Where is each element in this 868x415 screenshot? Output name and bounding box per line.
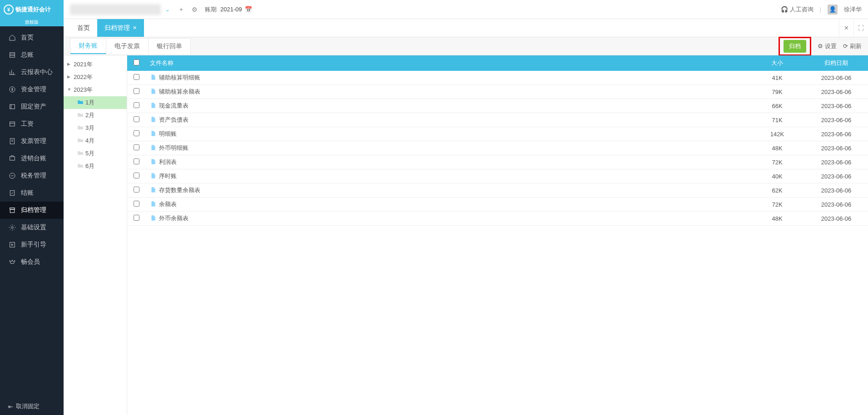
table-row[interactable]: 明细账142K2023-06-06 [127, 127, 868, 141]
nav-invoice[interactable]: 发票管理 [0, 133, 64, 150]
body-split: 2021年 2022年 2023年 1月 2月 3月 4月 5月 6月 [64, 55, 868, 415]
file-date: 2023-06-06 [804, 71, 868, 85]
close-icon[interactable]: ✕ [133, 25, 137, 31]
sub-tab-finance[interactable]: 财务账 [70, 39, 106, 54]
table-row[interactable]: 序时账40K2023-06-06 [127, 169, 868, 183]
topbar: ⌄ ＋ ⚙ 账期 2021-09 📅 🎧 人工咨询 | 👤 徐泽华 [64, 0, 868, 19]
file-icon [150, 215, 156, 221]
table-row[interactable]: 存货数量余额表62K2023-06-06 [127, 183, 868, 198]
ledger-icon [8, 51, 16, 59]
tree-month-3[interactable]: 3月 [64, 122, 127, 134]
file-icon [150, 102, 156, 109]
row-checkbox[interactable] [134, 88, 139, 94]
fullscreen-icon[interactable]: ⛶ [853, 19, 868, 37]
row-checkbox[interactable] [134, 215, 139, 221]
username[interactable]: 徐泽华 [844, 5, 862, 14]
row-checkbox[interactable] [134, 74, 139, 80]
file-table: 文件名称 大小 归档日期 辅助核算明细账41K2023-06-06辅助核算余额表… [127, 55, 868, 226]
table-row[interactable]: 现金流量表66K2023-06-06 [127, 99, 868, 113]
tree-month-6[interactable]: 6月 [64, 160, 127, 173]
calendar-icon[interactable]: 📅 [245, 6, 252, 13]
gear-icon [8, 223, 16, 232]
nav-reports[interactable]: 云报表中心 [0, 64, 64, 81]
nav-guide[interactable]: 新手引导 [0, 236, 64, 253]
table-row[interactable]: 外币余额表48K2023-06-06 [127, 212, 868, 226]
nav-closing[interactable]: 结账 [0, 184, 64, 202]
row-checkbox[interactable] [134, 130, 139, 136]
unpin-sidebar[interactable]: ⇤取消固定 [0, 398, 64, 415]
folder-icon [77, 138, 84, 143]
nav-member[interactable]: 畅会员 [0, 253, 64, 271]
invoice-icon [8, 137, 16, 145]
sub-tab-einvoice[interactable]: 电子发票 [106, 39, 149, 54]
select-all-checkbox[interactable] [134, 59, 139, 65]
tree-month-2[interactable]: 2月 [64, 109, 127, 122]
row-checkbox[interactable] [134, 144, 139, 150]
close-all-icon[interactable]: ✕ [839, 19, 853, 37]
file-icon [150, 74, 156, 80]
refresh-link[interactable]: ⟳刷新 [843, 42, 862, 50]
table-row[interactable]: 辅助核算余额表79K2023-06-06 [127, 85, 868, 99]
nav-funds[interactable]: 资金管理 [0, 81, 64, 98]
table-row[interactable]: 余额表72K2023-06-06 [127, 198, 868, 212]
main: ⌄ ＋ ⚙ 账期 2021-09 📅 🎧 人工咨询 | 👤 徐泽华 首页 归档管… [64, 0, 868, 415]
th-date: 归档日期 [804, 55, 868, 71]
nav-purchase[interactable]: 进销台账 [0, 150, 64, 167]
file-date: 2023-06-06 [804, 198, 868, 212]
file-name: 现金流量表 [159, 102, 188, 109]
file-name: 存货数量余额表 [159, 187, 200, 193]
row-checkbox[interactable] [134, 158, 139, 164]
tab-home[interactable]: 首页 [70, 19, 97, 37]
gear-icon[interactable]: ⚙ [192, 6, 198, 13]
row-checkbox[interactable] [134, 201, 139, 207]
row-checkbox[interactable] [134, 116, 139, 122]
tree-year-2023[interactable]: 2023年 [64, 84, 127, 96]
tree-year-2022[interactable]: 2022年 [64, 71, 127, 84]
sub-tabs-row: 财务账 电子发票 银行回单 归档 ⚙设置 ⟳刷新 [64, 37, 868, 55]
tree-year-2021[interactable]: 2021年 [64, 58, 127, 71]
brand-logo[interactable]: ¥ 畅捷通好会计 [0, 0, 64, 19]
tree-month-1[interactable]: 1月 [64, 96, 127, 109]
tree-month-5[interactable]: 5月 [64, 147, 127, 160]
file-name: 利润表 [159, 158, 177, 165]
vip-icon [8, 258, 16, 266]
nav-salary[interactable]: 工资 [0, 115, 64, 133]
home-icon [8, 34, 16, 42]
file-name: 序时账 [159, 173, 177, 179]
file-icon [150, 88, 156, 94]
folder-icon [77, 163, 84, 168]
row-checkbox[interactable] [134, 102, 139, 108]
row-checkbox[interactable] [134, 173, 139, 178]
nav-ledger[interactable]: 总账 [0, 46, 64, 64]
file-date: 2023-06-06 [804, 127, 868, 141]
settings-link[interactable]: ⚙设置 [818, 42, 837, 50]
file-icon [150, 144, 156, 151]
nav-archive[interactable]: 归档管理 [0, 202, 64, 219]
file-name: 外币余额表 [159, 215, 188, 222]
consult-link[interactable]: 🎧 人工咨询 [781, 5, 813, 14]
arrow-left-icon: ⇤ [8, 403, 13, 410]
nav-assets[interactable]: 固定资产 [0, 98, 64, 115]
nav-settings[interactable]: 基础设置 [0, 219, 64, 236]
table-row[interactable]: 资产负债表71K2023-06-06 [127, 113, 868, 127]
tab-archive-mgmt[interactable]: 归档管理✕ [97, 19, 144, 37]
folder-icon [77, 150, 84, 156]
nav-home[interactable]: 首页 [0, 29, 64, 46]
chevron-down-icon[interactable]: ⌄ [165, 6, 170, 13]
archive-button[interactable]: 归档 [784, 40, 806, 53]
gear-icon: ⚙ [818, 43, 823, 49]
nav-tax[interactable]: 税务管理 [0, 167, 64, 184]
org-selector[interactable] [70, 4, 161, 15]
table-row[interactable]: 利润表72K2023-06-06 [127, 155, 868, 169]
sub-tab-bank[interactable]: 银行回单 [149, 39, 190, 54]
closing-icon [8, 189, 16, 197]
th-check [127, 55, 145, 71]
plus-icon[interactable]: ＋ [178, 5, 184, 14]
table-row[interactable]: 辅助核算明细账41K2023-06-06 [127, 71, 868, 85]
file-icon [150, 187, 156, 193]
tree-month-4[interactable]: 4月 [64, 134, 127, 147]
table-row[interactable]: 外币明细账48K2023-06-06 [127, 141, 868, 155]
file-size: 62K [750, 183, 804, 198]
row-checkbox[interactable] [134, 187, 139, 193]
avatar-icon[interactable]: 👤 [828, 5, 838, 15]
